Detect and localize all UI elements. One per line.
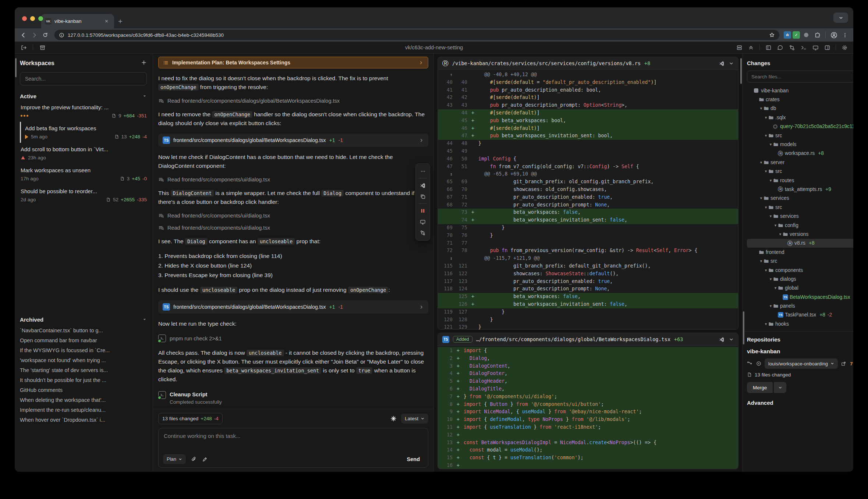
open-in-vscode-icon[interactable] [719,61,724,66]
diff-line[interactable]: 10+import { defineModal, type NoProps } … [438,416,738,424]
diff-line[interactable]: 115121 git_branch_prefix: default_git_br… [438,262,738,270]
diff-line[interactable]: 16+ [438,462,738,469]
diff-line[interactable]: 120128 } [438,316,738,324]
tool-call-row[interactable]: Read frontend/src/components/ui/dialog.t… [158,177,428,183]
tree-folder-row[interactable]: ▾db [747,104,853,113]
diff-line[interactable]: 7+} from '@/components/ui/dialog'; [438,393,738,401]
archived-workspace-item[interactable]: Implement the re-run setup/cleanu... [20,405,147,415]
pause-icon[interactable] [417,205,428,216]
file-edit-card[interactable]: TSfrontend/src/components/dialogs/global… [158,134,428,147]
advanced-section[interactable]: Advanced [747,395,853,410]
tree-folder-row[interactable]: ▾src [747,167,853,176]
diff-line[interactable]: 5+ DialogHeader, [438,378,738,385]
diff-line[interactable]: 6771 pr_auto_description_enabled: true, [438,194,738,201]
diff-line[interactable]: 7278 pub fn from_previous_version(raw_co… [438,247,738,255]
diff-line[interactable]: 4242 #[serde(default)] [438,94,738,102]
diff-hunk-row[interactable]: ↕ @@ -65,8 +69,10 @@ [438,170,738,178]
browser-tab[interactable]: VK vibe-kanban [41,14,114,28]
diff-header[interactable]: Ⓡ /vibe-kanban/crates/services/src/servi… [438,57,738,70]
collapse-diff-icon[interactable] [729,337,734,342]
archived-workspace-item[interactable]: It shouldn't be possible for just the ..… [20,375,147,385]
diff-body[interactable]: 1+import {2+ Dialog,3+ DialogContent,4+ … [438,346,738,469]
open-in-vscode-icon[interactable] [719,337,724,342]
tree-folder-row[interactable]: crates [747,95,853,104]
diff-line[interactable]: 74+ beta_workspaces_invitation_sent: fal… [438,216,738,224]
repository-row[interactable]: vibe-kanban [747,346,853,357]
diff-line[interactable]: 12+ [438,431,738,439]
workspace-item[interactable]: Mark workspaces as unseen17h ago3+45-0 [20,164,147,185]
preview-monitor-icon[interactable] [811,43,820,52]
conversation-scroll[interactable]: Implementation Plan: Beta Workspaces Set… [153,54,433,409]
tree-folder-row[interactable]: ▾hooks [747,319,853,328]
archived-section-header[interactable]: Archived [20,315,147,324]
collapse-diff-icon[interactable] [729,61,734,66]
diff-line[interactable]: 15+ const { t } = useTranslation('common… [438,454,738,462]
diff-hunk-row[interactable]: ↑ @@ -40,8 +40,12 @@ [438,71,738,79]
message-input[interactable] [163,432,425,439]
forward-button[interactable] [29,30,39,40]
tree-file-row[interactable]: TSTaskPanel.tsx+8-2 [747,311,853,319]
active-section-header[interactable]: Active [20,91,147,101]
new-tab-button[interactable] [116,17,124,25]
tree-folder-row[interactable]: ▾services [747,194,853,203]
extension-icon-green[interactable]: ✓ [793,31,800,39]
diff-line[interactable]: 4040 #[serde(default = "default_pr_auto_… [438,79,738,86]
archived-workspace-item[interactable]: The 'starting' state of dev servers is..… [20,365,147,375]
attach-file-icon[interactable] [191,456,197,462]
diff-line[interactable]: 118124 pr_auto_description_prompt: None, [438,285,738,293]
diff-line[interactable]: 4448} [438,140,738,148]
url-bar[interactable]: 127.0.0.1:57095/workspaces/c63c9fd6-dfb8… [54,30,779,40]
mode-dropdown[interactable]: Plan [163,454,186,464]
workspace-search-input[interactable] [24,75,142,82]
tree-folder-row[interactable]: vibe-kanban [747,86,853,95]
extension-icon-gray[interactable] [801,30,811,40]
diff-line[interactable]: 4+ DialogFooter, [438,370,738,378]
tree-file-row[interactable]: Ⓡworkspace.rs+8 [747,149,853,158]
git-merge-icon[interactable] [747,361,753,367]
hunk-expand-icon[interactable]: ↕ [438,170,453,178]
workspace-search[interactable] [20,72,147,85]
collapse-all-icon[interactable] [747,43,755,52]
terminal-command-row[interactable]: pnpm run check 2>&1 [158,335,428,342]
file-search[interactable] [747,71,853,82]
workspace-item[interactable]: Should be possible to reorder...2d ago52… [20,185,147,206]
close-window-button[interactable] [22,16,27,21]
diff-line[interactable]: 117123 pr_auto_description_enabled: true… [438,278,738,286]
archived-workspace-item[interactable]: When hover over `Dropdown.tsx` i... [20,415,147,425]
reload-button[interactable] [40,30,50,40]
implementation-plan-header[interactable]: Implementation Plan: Beta Workspaces Set… [158,57,428,68]
copy-icon[interactable] [417,191,428,202]
diff-line[interactable]: 3+ DialogContent, [438,362,738,370]
message-input-box[interactable]: Plan Send [158,428,428,468]
exit-workspace-icon[interactable] [19,43,28,52]
add-workspace-button[interactable] [141,60,147,67]
tree-folder-row[interactable]: ▾dialogs [747,275,853,283]
changes-scrollbar[interactable] [743,311,744,344]
layout-rows-icon[interactable] [735,43,744,52]
archived-workspace-item[interactable]: When deleting the workspace that'... [20,395,147,405]
diff-line[interactable]: 6975 } [438,224,738,232]
branch-dropdown[interactable]: louis/workspace-onboarding [765,358,838,369]
file-edit-card[interactable]: TSfrontend/src/components/dialogs/global… [158,300,428,314]
tree-folder-row[interactable]: ▾.sqlx [747,113,853,122]
diff-line[interactable]: 9+import NiceModal, { useModal } from '@… [438,408,738,416]
chat-icon[interactable] [776,43,784,52]
diff-line[interactable]: 7076 } [438,232,738,240]
diff-hunk-row[interactable]: ↕ @@ -115,7 +121,9 @@ [438,255,738,262]
tool-call-row[interactable]: Read frontend/src/components/ui/dialog.t… [158,213,428,219]
diff-scrollbar[interactable] [740,58,742,84]
tab-search-button[interactable] [833,13,848,23]
diff-line[interactable]: 126+ beta_workspaces_invitation_sent: fa… [438,301,738,308]
tree-file-row[interactable]: TSBetaWorkspacesDialog.tsx+63 [747,293,853,301]
spark-icon[interactable] [390,415,397,422]
repositories-header[interactable]: Repositories [747,333,853,346]
tree-folder-row[interactable]: ▾panels [747,301,853,310]
diff-header[interactable]: TS Added …/frontend/src/components/dialo… [438,333,738,346]
edit-pen-icon[interactable] [202,456,208,462]
back-button[interactable] [18,30,28,40]
more-options-icon[interactable] [417,166,428,177]
tree-folder-row[interactable]: ▾config [747,221,853,230]
diff-body[interactable]: ↑ @@ -40,8 +40,12 @@4040 #[serde(default… [438,70,738,329]
tree-folder-row[interactable]: ▾models [747,140,853,149]
minimize-window-button[interactable] [30,16,35,21]
